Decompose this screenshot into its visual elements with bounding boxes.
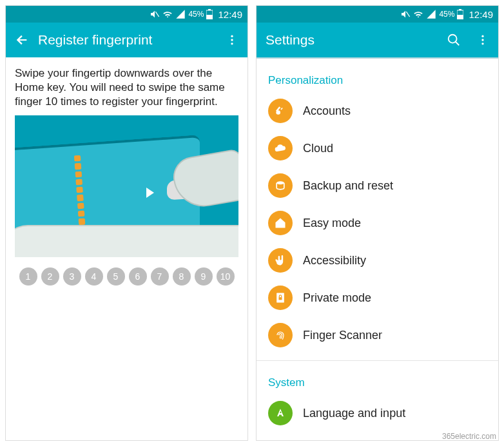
svg-point-15 bbox=[481, 43, 483, 44]
settings-item-label: Accounts bbox=[303, 104, 351, 118]
cloud-icon bbox=[268, 136, 293, 160]
progress-dot: 2 bbox=[41, 267, 59, 286]
instruction-text: Swipe your fingertip downwards over the … bbox=[6, 57, 247, 115]
settings-item-language-input[interactable]: Language and input bbox=[257, 394, 498, 432]
battery-icon bbox=[206, 9, 213, 19]
progress-dot: 4 bbox=[85, 267, 103, 286]
key-icon bbox=[268, 99, 293, 123]
status-bar: 45% 12:49 bbox=[257, 6, 498, 23]
mute-icon bbox=[400, 9, 411, 19]
mute-icon bbox=[150, 9, 160, 19]
svg-line-7 bbox=[407, 12, 410, 17]
svg-rect-18 bbox=[280, 108, 282, 110]
clock-time: 12:49 bbox=[218, 9, 242, 20]
app-bar: Settings bbox=[257, 23, 498, 57]
settings-item-easy-mode[interactable]: Easy mode bbox=[257, 204, 498, 242]
app-bar: Register fingerprint bbox=[6, 23, 247, 57]
settings-item-label: Easy mode bbox=[303, 217, 361, 230]
progress-dot: 7 bbox=[151, 267, 169, 286]
svg-rect-21 bbox=[279, 297, 282, 300]
wifi-icon bbox=[162, 9, 173, 19]
overflow-menu-icon[interactable] bbox=[476, 34, 489, 46]
svg-rect-9 bbox=[459, 9, 461, 10]
svg-point-4 bbox=[231, 35, 233, 37]
progress-dot: 8 bbox=[173, 267, 191, 286]
battery-pct: 45% bbox=[439, 10, 454, 19]
settings-item-accounts[interactable]: Accounts bbox=[257, 92, 498, 130]
settings-item-label: Private mode bbox=[303, 291, 371, 305]
progress-dot: 1 bbox=[19, 267, 37, 286]
section-header-system: System bbox=[257, 361, 498, 394]
svg-line-12 bbox=[456, 42, 460, 46]
fingerprint-illustration bbox=[15, 115, 238, 257]
svg-point-14 bbox=[481, 39, 483, 41]
fingerprint-icon bbox=[268, 323, 293, 347]
svg-rect-10 bbox=[457, 15, 463, 19]
settings-item-label: Finger Scanner bbox=[303, 329, 382, 342]
page-title: Settings bbox=[266, 32, 438, 48]
progress-dot: 6 bbox=[129, 267, 147, 286]
battery-pct: 45% bbox=[188, 10, 204, 19]
svg-point-13 bbox=[481, 35, 483, 37]
progress-dot: 10 bbox=[217, 267, 235, 286]
svg-rect-2 bbox=[208, 9, 211, 10]
wifi-icon bbox=[413, 9, 423, 19]
settings-item-label: Language and input bbox=[303, 407, 405, 420]
language-icon bbox=[268, 401, 293, 425]
svg-point-19 bbox=[276, 181, 284, 184]
svg-point-6 bbox=[231, 43, 233, 44]
backup-icon bbox=[268, 173, 293, 198]
battery-icon bbox=[457, 9, 463, 19]
settings-item-label: Backup and reset bbox=[303, 179, 393, 193]
settings-item-finger-scanner[interactable]: Finger Scanner bbox=[257, 316, 498, 354]
home-icon bbox=[268, 211, 293, 235]
svg-point-5 bbox=[231, 39, 233, 41]
section-header-personalization: Personalization bbox=[257, 59, 498, 92]
progress-dot: 9 bbox=[195, 267, 213, 286]
page-title: Register fingerprint bbox=[38, 32, 217, 48]
back-icon[interactable] bbox=[15, 33, 29, 47]
overflow-menu-icon[interactable] bbox=[226, 34, 238, 46]
settings-item-label: Accessibility bbox=[303, 254, 366, 267]
phone-right: 45% 12:49 Settings Personalization Accou… bbox=[256, 5, 499, 441]
progress-dot: 3 bbox=[63, 267, 81, 286]
progress-dots: 1 2 3 4 5 6 7 8 9 10 bbox=[6, 257, 247, 296]
progress-dot: 5 bbox=[107, 267, 125, 286]
svg-rect-3 bbox=[206, 15, 213, 19]
svg-point-11 bbox=[449, 35, 457, 43]
status-bar: 45% 12:49 bbox=[6, 6, 247, 23]
settings-item-backup-reset[interactable]: Backup and reset bbox=[257, 167, 498, 204]
phone-left: 45% 12:49 Register fingerprint Swipe you… bbox=[5, 5, 248, 441]
settings-item-cloud[interactable]: Cloud bbox=[257, 130, 498, 167]
lock-file-icon bbox=[268, 286, 293, 310]
settings-item-label: Cloud bbox=[303, 142, 333, 155]
settings-item-private-mode[interactable]: Private mode bbox=[257, 279, 498, 316]
signal-icon bbox=[426, 9, 436, 19]
clock-time: 12:49 bbox=[469, 9, 493, 20]
hand-icon bbox=[268, 248, 293, 273]
search-icon[interactable] bbox=[447, 33, 461, 47]
signal-icon bbox=[175, 9, 186, 19]
settings-item-accessibility[interactable]: Accessibility bbox=[257, 242, 498, 279]
watermark: 365electric.com bbox=[442, 432, 496, 441]
